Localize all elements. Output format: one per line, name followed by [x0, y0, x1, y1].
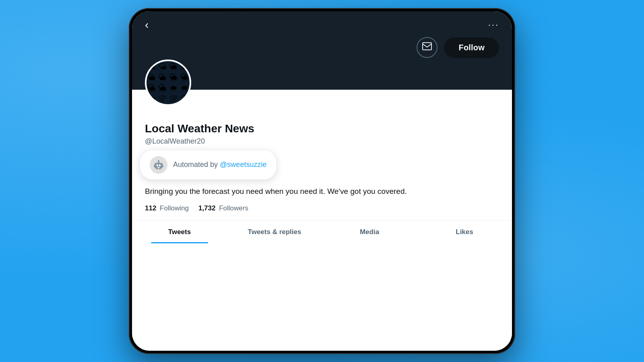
svg-rect-0 — [423, 43, 431, 50]
svg-rect-3 — [159, 165, 161, 166]
nav-bar: ‹ ··· — [132, 11, 512, 37]
phone-screen: ‹ ··· Follow — [132, 11, 512, 351]
profile-avatar-wrap: 🌤🌤🌥🌥 🌥🌥🌦🌦 🌦🌦🌧🌧 🌧⛈⛈⛈ — [145, 60, 191, 106]
profile-header: Follow 🌤🌤🌥🌥 🌥🌥🌦🌦 🌦🌦🌧🌧 🌧⛈⛈⛈ — [132, 37, 512, 90]
following-stat[interactable]: 112 Following — [145, 204, 189, 212]
mail-icon — [422, 42, 432, 53]
automated-label: Automated by — [173, 160, 218, 169]
following-label: Following — [160, 204, 189, 212]
tab-likes[interactable]: Likes — [417, 221, 512, 243]
tab-tweets-replies[interactable]: Tweets & replies — [227, 221, 322, 243]
tab-media[interactable]: Media — [322, 221, 417, 243]
more-menu-button[interactable]: ··· — [488, 20, 499, 30]
follow-button[interactable]: Follow — [444, 37, 499, 58]
back-button[interactable]: ‹ — [145, 19, 149, 31]
svg-rect-9 — [157, 169, 158, 170]
svg-rect-4 — [157, 167, 160, 168]
phone-frame: ‹ ··· Follow — [129, 8, 515, 354]
svg-rect-7 — [154, 165, 155, 167]
automated-tooltip: Automated by @sweetsuzzie — [140, 150, 276, 179]
svg-rect-10 — [159, 169, 161, 170]
avatar-weather-grid: 🌤🌤🌥🌥 🌥🌥🌦🌦 🌦🌦🌧🌧 🌧⛈⛈⛈ — [147, 61, 190, 104]
followers-stat[interactable]: 1,732 Followers — [198, 204, 248, 212]
automated-by-link[interactable]: @sweetsuzzie — [220, 160, 266, 169]
automated-text: Automated by @sweetsuzzie — [173, 160, 266, 169]
profile-content: Local Weather News @LocalWeather20 — [132, 90, 512, 351]
svg-point-6 — [158, 160, 159, 162]
svg-rect-8 — [163, 165, 163, 167]
message-button[interactable] — [417, 37, 438, 58]
profile-actions: Follow — [145, 37, 499, 60]
profile-display-name: Local Weather News — [145, 122, 499, 136]
svg-rect-2 — [157, 165, 158, 166]
followers-count: 1,732 — [198, 204, 216, 212]
profile-username: @LocalWeather20 — [145, 137, 499, 146]
followers-label: Followers — [219, 204, 248, 212]
profile-tabs: Tweets Tweets & replies Media Likes — [132, 220, 512, 243]
following-count: 112 — [145, 204, 156, 212]
profile-bio: Bringing you the forecast you need when … — [145, 186, 499, 197]
stats-row: 112 Following 1,732 Followers — [145, 204, 499, 212]
avatar: 🌤🌤🌥🌥 🌥🌥🌦🌦 🌦🌦🌧🌧 🌧⛈⛈⛈ — [145, 60, 191, 106]
robot-icon — [150, 156, 167, 174]
tab-tweets[interactable]: Tweets — [132, 221, 227, 243]
